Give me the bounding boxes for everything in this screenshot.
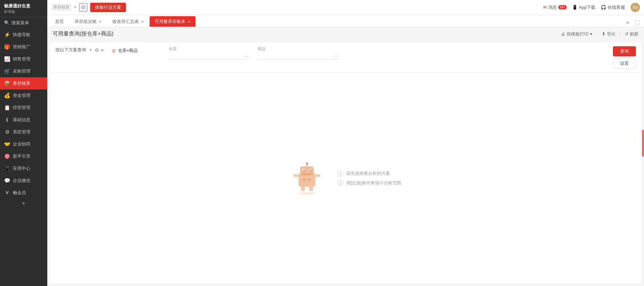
close-tab-button[interactable]: ✕	[624, 19, 632, 27]
warehouse-input[interactable]	[170, 53, 243, 58]
app-download-btn[interactable]: 📱 App下载	[572, 4, 595, 10]
print-icon: 🖨	[561, 31, 565, 36]
export-btn[interactable]: ⬆ 导出	[602, 31, 616, 37]
svg-point-4	[303, 170, 305, 171]
sidebar-item-apps[interactable]: 📱 应用中心	[0, 162, 47, 175]
sidebar-item-finance[interactable]: 💰 资金管理	[0, 89, 47, 102]
add-scheme-icon[interactable]: ＋	[88, 47, 93, 53]
tab-stock-summary[interactable]: 收发存汇总表 ✕	[107, 16, 149, 27]
sidebar-item-guide[interactable]: 🎯 新手引导	[0, 150, 47, 162]
search-icon: 🔍	[4, 20, 9, 25]
notifications-btn[interactable]: ✉ 消息 99+	[543, 4, 567, 10]
filter-actions: 查询 设置	[613, 46, 636, 69]
sidebar-item-inventory[interactable]: 📦 库存核算	[0, 77, 47, 89]
sidebar-item-shortcut[interactable]: ⚡ 快捷导航	[0, 29, 47, 41]
sidebar-scroll-down[interactable]: ▼	[0, 199, 47, 208]
empty-hints: 1 请先选择要分析的方案 2 用[过滤]条件来缩小分析范围	[337, 171, 401, 186]
print-chevron-icon: ▾	[590, 31, 592, 36]
goods-more-icon[interactable]: ···	[334, 54, 337, 58]
maximize-button[interactable]: ⛶	[633, 19, 641, 27]
svg-rect-7	[315, 174, 320, 177]
customer-service-label: 在线客服	[608, 4, 625, 10]
sidebar-item-basic[interactable]: ℹ 基础信息	[0, 114, 47, 126]
breadcrumb-text: 库存核算	[51, 4, 72, 11]
svg-point-14	[298, 192, 316, 195]
empty-state: 1 请先选择要分析的方案 2 用[过滤]条件来缩小分析范围	[50, 73, 641, 283]
sidebar-item-operation[interactable]: 📋 经营管理	[0, 102, 47, 114]
sidebar-item-enterprise[interactable]: 🤝 企业协同	[0, 138, 47, 150]
tab-label: 库存批次账	[75, 19, 97, 25]
tab-inventory-batch[interactable]: 库存批次账 ✕	[70, 16, 107, 27]
query-button[interactable]: 查询	[613, 46, 636, 56]
apps-icon: 📱	[4, 165, 10, 172]
tab-label: 可用量库存账本	[155, 19, 185, 25]
scheme-item-label: 仓库+商品	[118, 48, 138, 54]
sidebar-item-label: 快捷导航	[13, 32, 30, 38]
user-avatar-btn[interactable]: Rit	[630, 3, 640, 12]
sidebar-item-purchase[interactable]: 🛒 采购管理	[0, 65, 47, 77]
collapse-icon[interactable]: «	[101, 47, 104, 53]
filter-scheme-section: 按以下方案查询 ＋ ⊙ «	[55, 46, 104, 53]
tab-close-icon[interactable]: ✕	[99, 20, 102, 24]
print-label: 按模板打印	[567, 31, 589, 37]
right-scroll-indicator	[642, 130, 644, 157]
app-name: 畅康通好生意	[4, 3, 43, 9]
hint-text-1: 请先选择要分析的方案	[346, 171, 390, 177]
sidebar-item-label: 系统管理	[13, 129, 30, 135]
topbar-right: ✉ 消息 99+ 📱 App下载 🎧 在线客服 Rit	[543, 3, 640, 12]
print-btn[interactable]: 🖨 按模板打印 ▾	[561, 31, 592, 37]
tabbar: 首页 库存批次账 ✕ 收发存汇总表 ✕ 可用量库存账本 ✕ ✕ ⛶	[47, 15, 644, 27]
topbar-settings-button[interactable]: ⚙	[79, 3, 87, 12]
avatar: Rit	[630, 3, 640, 12]
tab-close-icon[interactable]: ✕	[141, 20, 144, 24]
hint-number-1: 1	[337, 171, 343, 177]
tab-home[interactable]: 首页	[50, 16, 69, 27]
goods-field: 商品 ···	[258, 46, 339, 59]
sidebar-item-label: 营销推广	[13, 44, 30, 50]
svg-rect-11	[308, 178, 311, 181]
svg-rect-10	[303, 178, 306, 181]
trial-btn[interactable]: 体验行业方案	[90, 3, 126, 12]
tab-label: 收发存汇总表	[112, 19, 139, 25]
sidebar-item-search[interactable]: 🔍 搜索菜单	[0, 17, 47, 29]
refresh-btn[interactable]: ↺ 刷新	[625, 31, 639, 37]
tab-available-qty[interactable]: 可用量库存账本 ✕	[150, 16, 196, 27]
empty-hint-2: 2 用[过滤]条件来缩小分析范围	[337, 180, 401, 186]
scheme-settings-icon[interactable]: ⊙	[95, 47, 99, 53]
shortcut-icon: ⚡	[4, 32, 10, 38]
guide-icon: 🎯	[4, 153, 10, 159]
sidebar-item-marketing[interactable]: 🎁 营销推广	[0, 41, 47, 53]
notifications-label: 消息	[548, 4, 557, 10]
enterprise-icon: 🤝	[4, 141, 10, 147]
sidebar-item-wechat[interactable]: 💬 企业微信	[0, 175, 47, 187]
goods-input[interactable]	[259, 53, 333, 58]
filter-scheme-label-text: 按以下方案查询	[55, 47, 86, 53]
app-logo: 畅康通好生意 标准版	[0, 0, 47, 17]
warehouse-more-icon[interactable]: ···	[245, 54, 248, 58]
settings-button[interactable]: 设置	[613, 58, 636, 69]
sidebar-item-label: 库存核算	[13, 80, 30, 86]
bell-icon: ✉	[543, 5, 547, 10]
tab-home-label: 首页	[55, 19, 64, 25]
scheme-item-warehouse-goods[interactable]: ⊙ 仓库+商品	[109, 46, 163, 55]
tab-close-icon[interactable]: ✕	[187, 20, 190, 24]
finance-icon: 💰	[4, 93, 10, 99]
separator: |	[620, 31, 621, 36]
sidebar-item-system[interactable]: ⚙ 系统管理	[0, 126, 47, 138]
inventory-icon: 📦	[4, 80, 10, 86]
sidebar-item-sales[interactable]: 📈 销售管理	[0, 53, 47, 65]
customer-service-btn[interactable]: 🎧 在线客服	[601, 4, 625, 10]
chevron-down-icon[interactable]: ▾	[74, 5, 76, 9]
sidebar-search-label: 搜索菜单	[11, 20, 29, 26]
sidebar-item-members[interactable]: V 畅会员	[0, 187, 47, 199]
system-icon: ⚙	[4, 129, 10, 135]
svg-rect-8	[301, 186, 305, 191]
sidebar-item-label: 企业微信	[13, 178, 30, 184]
hint-number-2: 2	[337, 180, 343, 186]
topbar: 库存核算 ▾ ⚙ 体验行业方案 ✉ 消息 99+ 📱 App下载 🎧 在线客服 …	[47, 0, 644, 15]
warehouse-field: 仓库 ···	[169, 46, 250, 59]
filter-fields: 仓库 ··· 商品 ···	[169, 46, 608, 59]
warehouse-label: 仓库	[169, 46, 250, 52]
svg-rect-6	[293, 174, 299, 177]
marketing-icon: 🎁	[4, 44, 10, 50]
